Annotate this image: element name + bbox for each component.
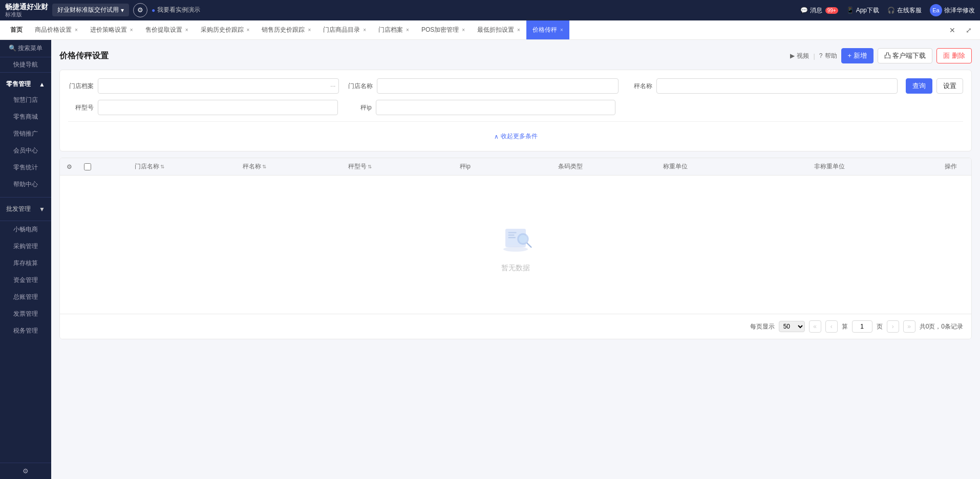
sidebar-item-inventory[interactable]: 库存核算	[0, 255, 51, 272]
svg-point-0	[503, 247, 528, 252]
sidebar-item-marketing[interactable]: 营销推广	[0, 125, 51, 142]
main-content: 价格传秤设置 ▶ 视频 | ? 帮助 + 新增 凸 客户端下载 面	[51, 40, 980, 479]
next-page-button[interactable]: ›	[887, 320, 899, 333]
page-number-input[interactable]	[852, 320, 872, 333]
message-icon: 💬	[800, 7, 808, 14]
sidebar-item-tax[interactable]: 税务管理	[0, 322, 51, 339]
scale-ip-input[interactable]	[376, 100, 616, 115]
tab-sale-history[interactable]: 销售历史价跟踪 ×	[255, 20, 317, 40]
tab-close-all-button[interactable]: ✕	[945, 23, 960, 37]
user-menu[interactable]: Ea 徐泽华修改	[930, 4, 975, 16]
store-archive-field: 门店档案 ···	[68, 78, 339, 94]
download-button[interactable]: 凸 客户端下载	[878, 48, 933, 63]
empty-illustration	[495, 216, 536, 257]
sidebar-item-retail-mall[interactable]: 零售商城	[0, 108, 51, 125]
scale-name-field: 秤名称	[627, 78, 898, 94]
tab-pos-management[interactable]: POS加密管理 ×	[415, 20, 471, 40]
scale-name-input[interactable]	[656, 78, 898, 94]
store-archive-input-wrapper: ···	[98, 78, 339, 94]
col-store-name[interactable]: 门店名称 ⇅	[97, 162, 202, 171]
scale-name-label: 秤名称	[627, 82, 652, 91]
search-action-buttons: 查询 设置	[906, 78, 963, 94]
ellipsis-icon[interactable]: ···	[327, 82, 338, 90]
prev-page-button[interactable]: ‹	[825, 320, 838, 333]
tab-min-discount[interactable]: 最低折扣设置 ×	[471, 20, 526, 40]
help-link[interactable]: ? 帮助	[819, 52, 837, 60]
scale-model-label: 秤型号	[68, 103, 94, 112]
tab-close-pos-management[interactable]: ×	[462, 27, 465, 33]
message-button[interactable]: 💬 消息 99+	[800, 6, 838, 15]
svg-rect-7	[508, 234, 515, 235]
tab-price-scale[interactable]: 价格传秤 ×	[526, 20, 569, 40]
sidebar-item-purchase-mgmt[interactable]: 采购管理	[0, 238, 51, 255]
video-icon: ▶	[790, 52, 795, 59]
app-download-button[interactable]: 📱 App下载	[846, 6, 879, 15]
svg-rect-8	[508, 237, 516, 238]
sidebar-item-help-center[interactable]: 帮助中心	[0, 176, 51, 193]
store-name-input[interactable]	[377, 78, 618, 94]
tab-store-catalog[interactable]: 门店商品目录 ×	[317, 20, 372, 40]
sidebar-item-retail-stats[interactable]: 零售统计	[0, 159, 51, 176]
sidebar-search[interactable]: 🔍 搜索菜单	[0, 40, 51, 57]
sidebar-item-invoice[interactable]: 发票管理	[0, 306, 51, 322]
tab-close-purchase-history[interactable]: ×	[247, 27, 250, 33]
sort-icon: ⇅	[368, 164, 372, 169]
scale-model-input[interactable]	[98, 100, 338, 115]
table-container: ⚙ 门店名称 ⇅ 秤名称 ⇅	[59, 158, 972, 339]
tab-close-price-scale[interactable]: ×	[560, 27, 563, 33]
first-page-button[interactable]: «	[809, 320, 821, 333]
svg-rect-6	[508, 232, 517, 233]
tab-close-store-archive[interactable]: ×	[406, 27, 409, 33]
sidebar-quick-nav[interactable]: 快捷导航	[0, 57, 51, 73]
settings-icon[interactable]: ⚙	[133, 3, 147, 17]
delete-button[interactable]: 面 删除	[936, 48, 972, 63]
sidebar-retail-header[interactable]: 零售管理 ▲	[0, 77, 51, 92]
video-link[interactable]: ▶ 视频	[790, 52, 809, 60]
tab-price-setting[interactable]: 商品价格设置 ×	[29, 20, 84, 40]
col-settings[interactable]: ⚙	[60, 163, 78, 170]
tab-close-purchase-strategy[interactable]: ×	[130, 27, 133, 33]
page-header: 价格传秤设置 ▶ 视频 | ? 帮助 + 新增 凸 客户端下载 面	[59, 48, 972, 63]
store-archive-input[interactable]	[98, 79, 327, 93]
tab-purchase-history[interactable]: 采购历史价跟踪 ×	[195, 20, 256, 40]
tab-store-archive[interactable]: 门店档案 ×	[372, 20, 415, 40]
add-button[interactable]: + 新增	[841, 48, 874, 63]
tab-sale-extract[interactable]: 售价提取设置 ×	[139, 20, 195, 40]
query-button[interactable]: 查询	[906, 78, 932, 94]
tab-home[interactable]: 首页	[4, 20, 29, 40]
select-all-checkbox[interactable]	[84, 163, 91, 170]
col-scale-name[interactable]: 秤名称 ⇅	[202, 162, 308, 171]
sidebar-item-member-center[interactable]: 会员中心	[0, 142, 51, 159]
page-actions: ▶ 视频 | ? 帮助 + 新增 凸 客户端下载 面 删除	[790, 48, 972, 63]
tab-close-store-catalog[interactable]: ×	[363, 27, 366, 33]
tab-expand-button[interactable]: ⤢	[962, 23, 976, 37]
scale-ip-field: 秤ip	[346, 100, 616, 115]
tab-close-sale-history[interactable]: ×	[308, 27, 311, 33]
col-action: 操作	[930, 162, 971, 171]
tab-close-min-discount[interactable]: ×	[517, 27, 520, 33]
product-select[interactable]: 好业财标准版交付试用 ▾	[52, 4, 129, 16]
col-non-weight-unit: 非称重单位	[728, 162, 930, 171]
sidebar-item-finance[interactable]: 资金管理	[0, 272, 51, 289]
col-scale-model[interactable]: 秤型号 ⇅	[307, 162, 413, 171]
page-size-select[interactable]: 10 20 50 100	[779, 321, 805, 332]
demo-button[interactable]: ● 我要看实例演示	[152, 6, 200, 14]
gear-icon: ⚙	[23, 467, 29, 475]
sidebar-section-wholesale: 批发管理 ▼	[0, 198, 51, 221]
sidebar-item-smart-store[interactable]: 智慧门店	[0, 92, 51, 108]
tab-purchase-strategy[interactable]: 进价策略设置 ×	[84, 20, 139, 40]
sidebar-settings-button[interactable]: ⚙	[0, 463, 51, 479]
tab-close-price-setting[interactable]: ×	[75, 27, 78, 33]
collapse-area: ∧ 收起更多条件	[68, 121, 963, 143]
sort-icon: ⇅	[160, 164, 164, 169]
sidebar-item-general-ledger[interactable]: 总账管理	[0, 289, 51, 306]
tab-close-sale-extract[interactable]: ×	[185, 27, 188, 33]
collapse-button[interactable]: ∧ 收起更多条件	[68, 130, 963, 143]
tab-bar-actions: ✕ ⤢	[945, 23, 976, 37]
online-service-button[interactable]: 🎧 在线客服	[887, 6, 922, 15]
settings-action-button[interactable]: 设置	[936, 78, 963, 94]
sidebar-wholesale-header[interactable]: 批发管理 ▼	[0, 202, 51, 216]
sidebar-item-small-ecom[interactable]: 小畅电商	[0, 221, 51, 238]
sidebar: 🔍 搜索菜单 快捷导航 零售管理 ▲ 智慧门店 零售商城 营销推广 会员中心 零…	[0, 40, 51, 479]
last-page-button[interactable]: »	[903, 320, 915, 333]
